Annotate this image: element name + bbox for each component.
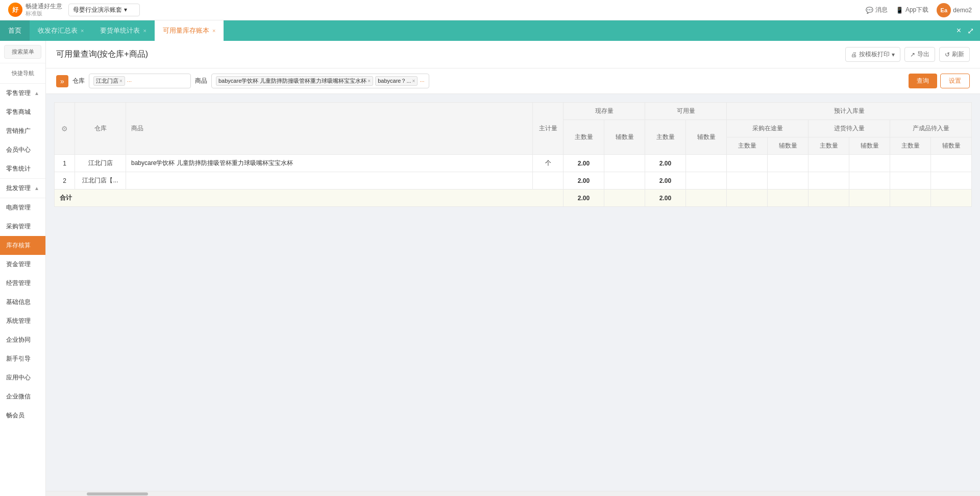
table-row: 1 江北门店 babycare学饮杯 儿童防摔防撞吸管杯重力球吸嘴杯宝宝水杯 个… xyxy=(55,155,972,172)
industry-selector[interactable]: 母婴行业演示账套 ▾ xyxy=(68,4,140,16)
th-avail-main: 主数量 xyxy=(645,120,686,155)
user-area[interactable]: Ea demo2 xyxy=(937,3,972,17)
tab-order-stat[interactable]: 要货单统计表 × xyxy=(92,20,154,41)
total-goods-aux xyxy=(849,190,890,207)
main-layout: 搜索菜单 快捷导航 零售管理 ▲ 零售商城 营销推广 会员中心 零售统计 xyxy=(0,41,980,496)
sidebar-item-guide[interactable]: 新手引导 xyxy=(0,349,45,368)
sidebar-item-wholesale[interactable]: 批发管理 ▲ xyxy=(0,179,45,198)
product-tag-2-text: babycare？... xyxy=(378,77,411,85)
sidebar-item-ecommerce[interactable]: 电商管理 xyxy=(0,198,45,217)
tab-summary-close[interactable]: × xyxy=(81,28,84,34)
sidebar-expand-icon: ▲ xyxy=(34,90,39,96)
product-filter-field[interactable]: babycare学饮杯 儿童防摔防撞吸管杯重力球吸嘴杯宝宝水杯 × babyca… xyxy=(211,74,429,88)
export-label: 导出 xyxy=(917,50,929,59)
sidebar-item-retail-mall-label: 零售商城 xyxy=(6,108,31,116)
close-all-btn[interactable]: × xyxy=(954,26,963,35)
top-bar-right: 💬 消息 📱 App下载 Ea demo2 xyxy=(866,3,972,17)
tab-available-stock-close[interactable]: × xyxy=(212,28,215,34)
row2-goods-aux xyxy=(849,172,890,190)
sidebar-item-retail-stat[interactable]: 零售统计 xyxy=(0,159,45,178)
setting-btn[interactable]: 设置 xyxy=(940,74,970,88)
sidebar-item-app-center-label: 应用中心 xyxy=(6,373,31,382)
app-download-label: App下载 xyxy=(905,6,928,14)
refresh-label: 刷新 xyxy=(952,50,964,59)
product-tag-2-close[interactable]: × xyxy=(412,78,415,84)
fullscreen-btn[interactable]: ⤢ xyxy=(965,26,976,36)
product-tag-1-close[interactable]: × xyxy=(368,78,371,84)
sidebar-item-purchase-label: 采购管理 xyxy=(6,222,31,231)
th-warehouse: 仓库 xyxy=(75,103,126,155)
sidebar-item-finance[interactable]: 资金管理 xyxy=(0,255,45,274)
sidebar-item-retail[interactable]: 零售管理 ▲ xyxy=(0,84,45,103)
sidebar-item-marketing[interactable]: 营销推广 xyxy=(0,122,45,140)
total-goods-main xyxy=(808,190,849,207)
sidebar-section-wholesale: 批发管理 ▲ xyxy=(0,179,45,198)
page-header: 可用量查询(按仓库+商品) 🖨 按模板打印 ▾ ↗ 导出 ↺ 刷新 xyxy=(46,41,980,68)
data-table: ⚙ 仓库 商品 主计量 现存量 可用量 预计入库量 主数量 辅数量 主数量 辅数… xyxy=(54,102,972,207)
row1-goods-aux xyxy=(849,155,890,172)
th-main-unit: 主计量 xyxy=(533,103,564,155)
sidebar-item-app-center[interactable]: 应用中心 xyxy=(0,368,45,387)
sidebar-item-wechat[interactable]: 企业微信 xyxy=(0,387,45,406)
query-btn[interactable]: 查询 xyxy=(909,74,937,88)
th-current-stock: 现存量 xyxy=(564,103,645,120)
row2-avail-aux xyxy=(686,172,727,190)
page-title: 可用量查询(按仓库+商品) xyxy=(56,49,148,60)
phone-icon: 📱 xyxy=(896,7,903,14)
total-row: 合计 2.00 2.00 xyxy=(55,190,972,207)
sidebar-item-member[interactable]: 会员中心 xyxy=(0,140,45,159)
scroll-thumb[interactable] xyxy=(87,492,148,495)
top-bar: 好 畅捷通好生意 标准版 母婴行业演示账套 ▾ 💬 消息 📱 App下载 Ea … xyxy=(0,0,980,20)
row1-purch-aux xyxy=(768,155,808,172)
export-btn[interactable]: ↗ 导出 xyxy=(904,47,935,62)
row2-purch-main xyxy=(727,172,768,190)
row2-product xyxy=(126,172,533,190)
row1-goods-main xyxy=(808,155,849,172)
logo-icon: 好 xyxy=(8,3,22,17)
settings-icon[interactable]: ⚙ xyxy=(61,125,68,133)
print-btn[interactable]: 🖨 按模板打印 ▾ xyxy=(845,47,900,62)
sidebar-item-inventory-label: 库存核算 xyxy=(6,241,31,250)
sidebar-item-operations-label: 经营管理 xyxy=(6,279,31,288)
row1-prod-aux xyxy=(931,155,972,172)
page-actions: 🖨 按模板打印 ▾ ↗ 导出 ↺ 刷新 xyxy=(845,47,970,62)
warehouse-tag-close[interactable]: × xyxy=(119,78,122,84)
sidebar-item-vip[interactable]: 畅会员 xyxy=(0,406,45,425)
sidebar-item-basic-info[interactable]: 基础信息 xyxy=(0,293,45,312)
total-stock-main: 2.00 xyxy=(564,190,604,207)
refresh-btn[interactable]: ↺ 刷新 xyxy=(939,47,970,62)
search-menu-btn[interactable]: 搜索菜单 xyxy=(4,45,41,59)
sidebar-item-system[interactable]: 系统管理 xyxy=(0,312,45,330)
sidebar-item-enterprise[interactable]: 企业协同 xyxy=(0,330,45,349)
tab-home[interactable]: 首页 xyxy=(0,20,30,41)
product-tag-1-text: babycare学饮杯 儿童防摔防撞吸管杯重力球吸嘴杯宝宝水杯 xyxy=(218,77,366,85)
th-forecast: 预计入库量 xyxy=(727,103,972,120)
th-purch-aux: 辅数量 xyxy=(768,137,808,155)
sidebar-item-inventory[interactable]: 库存核算 xyxy=(0,236,45,255)
sidebar-search-area: 搜索菜单 xyxy=(0,41,45,63)
industry-label: 母婴行业演示账套 xyxy=(73,6,122,14)
sidebar-item-enterprise-label: 企业协同 xyxy=(6,336,31,344)
sidebar-item-purchase[interactable]: 采购管理 xyxy=(0,217,45,236)
sidebar-item-retail-mall[interactable]: 零售商城 xyxy=(0,103,45,122)
sidebar-item-system-label: 系统管理 xyxy=(6,317,31,325)
warehouse-filter-field[interactable]: 江北门店 × ··· xyxy=(89,74,191,88)
sidebar-item-operations[interactable]: 经营管理 xyxy=(0,274,45,293)
row2-unit xyxy=(533,172,564,190)
sidebar-nav: 快捷导航 xyxy=(0,63,45,84)
sidebar-item-quick-nav[interactable]: 快捷导航 xyxy=(0,66,45,80)
product-filter-label: 商品 xyxy=(195,77,207,85)
total-prod-main xyxy=(890,190,931,207)
warehouse-filter-more[interactable]: ··· xyxy=(127,78,132,84)
product-filter-more[interactable]: ··· xyxy=(420,78,424,84)
message-btn[interactable]: 💬 消息 xyxy=(866,6,888,14)
tab-order-stat-close[interactable]: × xyxy=(143,28,146,34)
expand-filter-btn[interactable]: » xyxy=(56,75,68,87)
th-product: 商品 xyxy=(126,103,533,155)
tab-summary[interactable]: 收发存汇总表 × xyxy=(30,20,92,41)
row1-stock-main: 2.00 xyxy=(564,155,604,172)
app-download-btn[interactable]: 📱 App下载 xyxy=(896,6,928,14)
product-tag-2: babycare？... × xyxy=(375,76,418,86)
sidebar-item-retail-label: 零售管理 xyxy=(6,89,31,98)
tab-available-stock[interactable]: 可用量库存账本 × xyxy=(155,20,224,41)
